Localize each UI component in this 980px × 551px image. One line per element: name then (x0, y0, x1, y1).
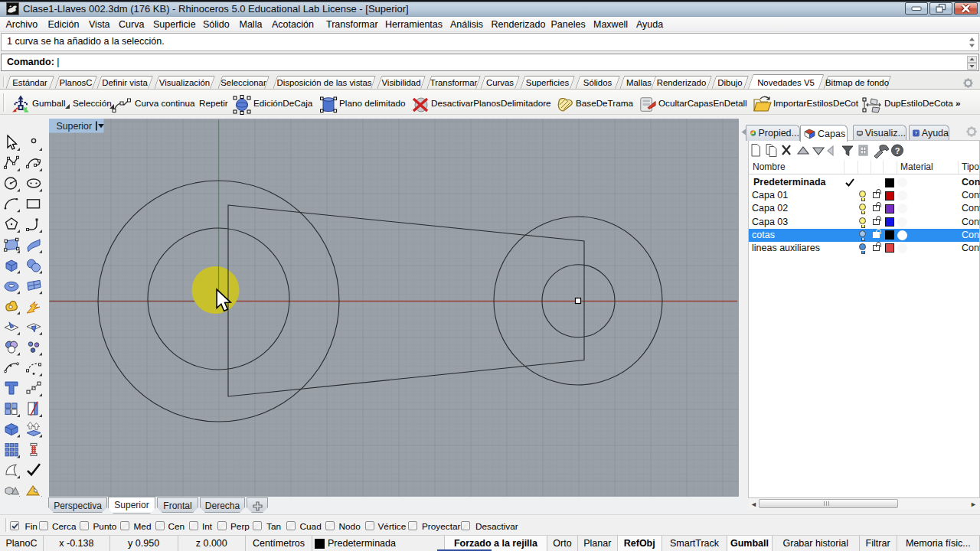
svg-text:?: ? (915, 131, 918, 135)
svg-text:Superior: Superior (57, 121, 92, 132)
svg-text:?: ? (895, 146, 900, 155)
